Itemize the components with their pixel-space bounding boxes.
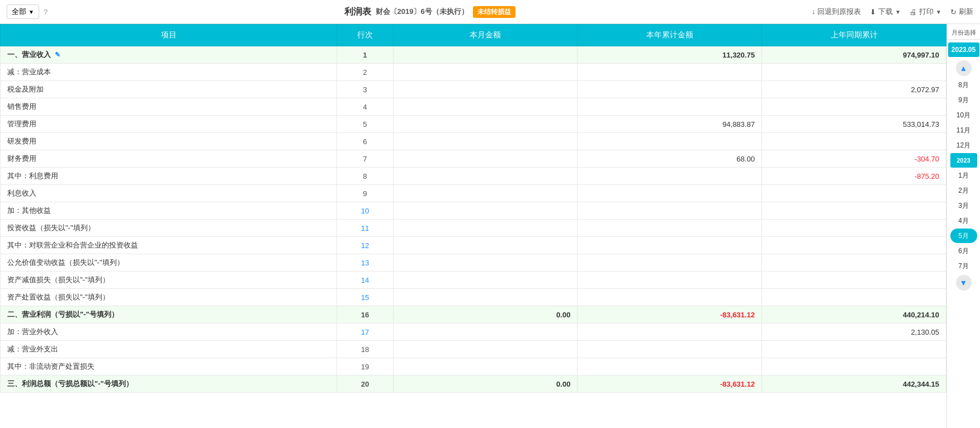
cell-prev-amount [762,289,946,306]
print-button[interactable]: 🖨 打印 ▼ [910,7,941,17]
table-row: 利息收入9 [1,185,946,202]
col-header-month: 本月金额 [393,25,577,46]
table-row: 减：营业成本2 [1,64,946,81]
month-sidebar-title: 月份选择 [947,26,980,40]
cell-prev-amount: 974,997.10 [762,46,946,64]
cell-row-number[interactable]: 15 [337,289,393,306]
refresh-icon: ↻ [950,8,957,16]
download-label: 下载 [878,7,893,17]
cell-prev-amount: 2,130.05 [762,324,946,341]
month-nav-up[interactable]: ▲ [956,60,972,76]
cell-row-number: 20 [337,375,393,393]
cell-year-amount [577,81,762,98]
month-item[interactable]: 8月 [950,78,977,92]
month-item[interactable]: 4月 [950,213,977,228]
table-row: 二、营业利润（亏损以"-"号填列）160.00-83,631.12440,214… [1,306,946,324]
cell-year-amount [577,341,762,358]
download-button[interactable]: ⬇ 下载 ▼ [870,7,901,17]
cell-item: 资产减值损失（损失以"-"填列） [1,272,337,289]
help-icon[interactable]: ? [44,8,48,16]
cell-item: 减：营业成本 [1,64,337,81]
cell-row-number: 3 [337,81,393,98]
cell-item: 其中：利息费用 [1,168,337,185]
table-row: 其中：对联营企业和合营企业的投资收益12 [1,237,946,254]
cell-item: 加：其他收益 [1,202,337,220]
cell-month-amount [393,272,577,289]
report-subtitle: 财会〔2019〕6号（未执行） [376,7,468,17]
month-item[interactable]: 1月 [950,168,977,183]
month-nav-down[interactable]: ▼ [956,275,972,291]
cell-prev-amount: 442,344.15 [762,375,946,393]
cell-month-amount: 0.00 [393,306,577,324]
cell-month-amount [393,358,577,375]
refresh-button[interactable]: ↻ 刷新 [950,7,973,17]
cell-row-number[interactable]: 14 [337,272,393,289]
month-item[interactable]: 2月 [950,183,977,198]
table-row: 投资收益（损失以"-"填列）11 [1,220,946,237]
month-item[interactable]: 10月 [950,108,977,122]
report-title: 利润表 [344,6,371,18]
cell-month-amount [393,202,577,220]
cell-item: 投资收益（损失以"-"填列） [1,220,337,237]
table-row: 销售费用4 [1,98,946,116]
download-arrow-icon: ▼ [895,9,901,15]
cell-year-amount [577,185,762,202]
scope-dropdown[interactable]: 全部 ▼ [7,4,39,19]
cell-item: 一、营业收入 ✎ [1,46,337,64]
selected-year-display: 2023.05 [948,42,979,57]
col-header-prev: 上年同期累计 [762,25,946,46]
cell-item: 研发费用 [1,133,337,150]
cell-prev-amount [762,202,946,220]
cell-row-number[interactable]: 12 [337,237,393,254]
cell-row-number[interactable]: 11 [337,220,393,237]
month-item[interactable]: 6月 [950,244,977,258]
table-row: 研发费用6 [1,133,946,150]
print-arrow-icon: ▼ [936,9,941,15]
cell-month-amount [393,98,577,116]
cell-item: 财务费用 [1,150,337,168]
cell-year-amount [577,289,762,306]
cell-item: 其中：对联营企业和合营企业的投资收益 [1,237,337,254]
month-item[interactable]: 9月 [950,93,977,107]
cell-month-amount [393,150,577,168]
cell-row-number: 19 [337,358,393,375]
month-sidebar: 月份选择 2023.05 ▲ 8月9月10月11月12月20231月2月3月4月… [946,24,980,428]
edit-icon[interactable]: ✎ [53,51,60,59]
table-row: 减：营业外支出18 [1,341,946,358]
cell-year-amount: -83,631.12 [577,375,762,393]
cell-row-number[interactable]: 13 [337,254,393,272]
cell-month-amount [393,341,577,358]
cell-row-number[interactable]: 17 [337,324,393,341]
back-button[interactable]: ↓ 回退到原报表 [812,7,861,17]
table-row: 公允价值变动收益（损失以"-"填列）13 [1,254,946,272]
cell-item: 减：营业外支出 [1,341,337,358]
cell-item: 三、利润总额（亏损总额以"-"号填列） [1,375,337,393]
cell-row-number[interactable]: 10 [337,202,393,220]
cell-prev-amount [762,64,946,81]
cell-year-amount [577,202,762,220]
cell-row-number: 6 [337,133,393,150]
month-item[interactable]: 3月 [950,198,977,213]
cell-year-amount: 11,320.75 [577,46,762,64]
cell-item: 税金及附加 [1,81,337,98]
cell-row-number: 7 [337,150,393,168]
month-item[interactable]: 11月 [950,123,977,137]
col-header-year: 本年累计金额 [577,25,762,46]
status-badge[interactable]: 未结转损益 [473,6,515,18]
cell-year-amount [577,64,762,81]
cell-prev-amount [762,237,946,254]
table-row: 税金及附加32,072.97 [1,81,946,98]
cell-year-amount [577,220,762,237]
month-item[interactable]: 5月 [950,229,977,243]
cell-row-number: 16 [337,306,393,324]
cell-prev-amount [762,341,946,358]
cell-month-amount [393,81,577,98]
month-item[interactable]: 7月 [950,259,977,273]
cell-month-amount [393,254,577,272]
month-item[interactable]: 12月 [950,138,977,153]
cell-item: 资产处置收益（损失以"-"填列） [1,289,337,306]
cell-year-amount [577,358,762,375]
download-icon: ⬇ [870,8,876,16]
cell-year-amount [577,133,762,150]
print-icon: 🖨 [910,8,917,16]
